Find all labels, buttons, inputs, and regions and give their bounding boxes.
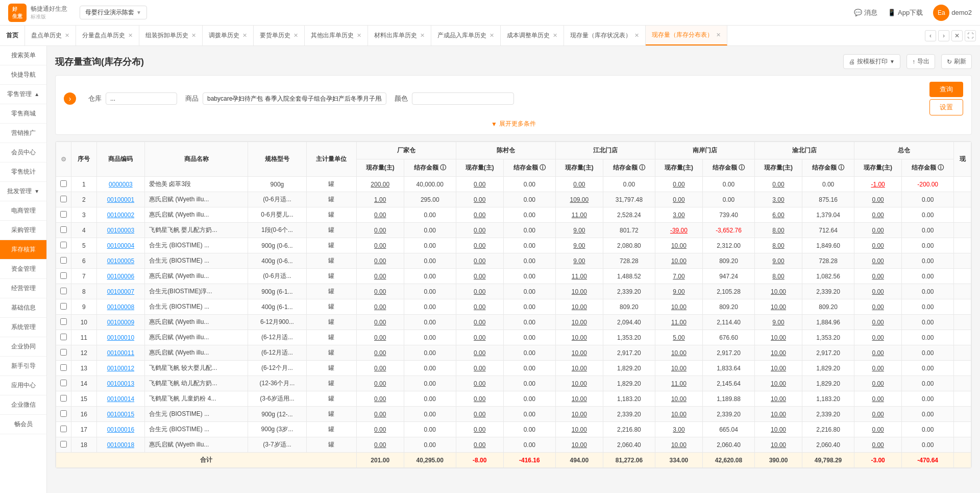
tab-2[interactable]: 分量盘点单历史 ✕ bbox=[76, 26, 139, 45]
row-nanan-qty[interactable]: 11.00 bbox=[655, 376, 703, 391]
tab-10[interactable]: 现存量（库存状况表） ✕ bbox=[564, 26, 646, 45]
row-chencu-qty[interactable]: 0.00 bbox=[456, 361, 503, 376]
row-total-qty[interactable]: 0.00 bbox=[854, 361, 902, 376]
sidebar-item-member[interactable]: 会员中心 bbox=[0, 143, 46, 162]
row-checkbox[interactable] bbox=[56, 299, 71, 315]
row-jiangbei-qty[interactable]: 10.00 bbox=[556, 407, 603, 422]
message-btn[interactable]: 💬 消息 bbox=[854, 8, 877, 17]
row-jiangbei-qty[interactable]: 10.00 bbox=[556, 345, 603, 361]
user-menu[interactable]: Ea demo2 bbox=[933, 5, 972, 21]
row-chencu-qty[interactable]: 0.00 bbox=[456, 376, 503, 391]
row-checkbox[interactable] bbox=[56, 391, 71, 407]
row-chencu-qty[interactable]: 0.00 bbox=[456, 315, 503, 330]
row-checkbox[interactable] bbox=[56, 253, 71, 269]
row-yubei-qty[interactable]: 10.00 bbox=[755, 330, 802, 345]
close-icon[interactable]: ✕ bbox=[242, 32, 247, 39]
row-code[interactable]: 00100003 bbox=[96, 223, 144, 238]
row-total-qty[interactable]: 0.00 bbox=[854, 437, 902, 453]
row-chencu-qty[interactable]: 0.00 bbox=[456, 192, 503, 207]
row-checkbox[interactable] bbox=[56, 269, 71, 284]
row-checkbox[interactable] bbox=[56, 284, 71, 299]
row-checkbox[interactable] bbox=[56, 330, 71, 345]
row-jiangbei-qty[interactable]: 10.00 bbox=[556, 361, 603, 376]
print-btn[interactable]: 🖨 按模板打印 ▼ bbox=[843, 54, 900, 69]
row-yubei-qty[interactable]: 9.00 bbox=[755, 315, 802, 330]
row-total-qty[interactable]: 0.00 bbox=[854, 253, 902, 269]
row-nanan-qty[interactable]: 10.00 bbox=[655, 361, 703, 376]
row-yubei-qty[interactable]: 8.00 bbox=[755, 269, 802, 284]
row-jiangbei-qty[interactable]: 9.00 bbox=[556, 238, 603, 253]
row-code[interactable]: 00100016 bbox=[96, 422, 144, 437]
close-icon[interactable]: ✕ bbox=[191, 32, 196, 39]
tab-9[interactable]: 成本调整单历史 ✕ bbox=[501, 26, 564, 45]
row-yubei-qty[interactable]: 10.00 bbox=[755, 437, 802, 453]
row-total-qty[interactable]: 0.00 bbox=[854, 422, 902, 437]
row-checkbox[interactable] bbox=[56, 422, 71, 437]
tab-next-btn[interactable]: › bbox=[938, 30, 949, 41]
row-yubei-qty[interactable]: 10.00 bbox=[755, 391, 802, 407]
tab-6[interactable]: 其他出库单历史 ✕ bbox=[305, 26, 368, 45]
tab-expand-btn[interactable]: ⛶ bbox=[965, 30, 976, 41]
row-jiangbei-qty[interactable]: 11.00 bbox=[556, 207, 603, 223]
row-chencu-qty[interactable]: 0.00 bbox=[456, 269, 503, 284]
sidebar-item-ecom[interactable]: 电商管理 bbox=[0, 201, 46, 221]
row-factory-qty[interactable]: 0.00 bbox=[356, 223, 404, 238]
row-chencu-qty[interactable]: 0.00 bbox=[456, 330, 503, 345]
row-factory-qty[interactable]: 0.00 bbox=[356, 269, 404, 284]
row-checkbox[interactable] bbox=[56, 361, 71, 376]
row-code[interactable]: 00100007 bbox=[96, 284, 144, 299]
row-code[interactable]: 00100006 bbox=[96, 269, 144, 284]
row-factory-qty[interactable]: 0.00 bbox=[356, 407, 404, 422]
app-download-btn[interactable]: 📱 App下载 bbox=[888, 8, 923, 17]
row-chencu-qty[interactable]: 0.00 bbox=[456, 422, 503, 437]
row-nanan-qty[interactable]: 10.00 bbox=[655, 253, 703, 269]
row-total-qty[interactable]: 0.00 bbox=[854, 345, 902, 361]
setting-button[interactable]: 设置 bbox=[929, 99, 963, 115]
row-total-qty[interactable]: 0.00 bbox=[854, 315, 902, 330]
row-chencu-qty[interactable]: 0.00 bbox=[456, 253, 503, 269]
row-yubei-qty[interactable]: 10.00 bbox=[755, 376, 802, 391]
row-code[interactable]: 00100011 bbox=[96, 345, 144, 361]
refresh-btn[interactable]: ↻ 刷新 bbox=[941, 54, 972, 69]
row-total-qty[interactable]: 0.00 bbox=[854, 284, 902, 299]
company-dropdown[interactable]: 母婴行业演示陈套 ▼ bbox=[80, 6, 147, 19]
search-button[interactable]: 查询 bbox=[929, 82, 963, 97]
row-total-qty[interactable]: 0.00 bbox=[854, 223, 902, 238]
row-code[interactable]: 0000003 bbox=[96, 177, 144, 192]
row-total-qty[interactable]: 0.00 bbox=[854, 192, 902, 207]
sidebar-item-enterprise[interactable]: 企业协同 bbox=[0, 337, 46, 357]
sidebar-item-finance[interactable]: 资金管理 bbox=[0, 260, 46, 279]
sidebar-item-vip[interactable]: 畅会员 bbox=[0, 415, 46, 434]
row-code[interactable]: 00100008 bbox=[96, 299, 144, 315]
row-checkbox[interactable] bbox=[56, 192, 71, 207]
row-nanan-qty[interactable]: 10.00 bbox=[655, 437, 703, 453]
sidebar-item-quicknav[interactable]: 快捷导航 bbox=[0, 65, 46, 85]
tab-5[interactable]: 要货单历史 ✕ bbox=[254, 26, 305, 45]
close-icon[interactable]: ✕ bbox=[65, 32, 69, 39]
row-code[interactable]: 00100002 bbox=[96, 207, 144, 223]
sidebar-item-marketing[interactable]: 营销推广 bbox=[0, 124, 46, 143]
row-nanan-qty[interactable]: 11.00 bbox=[655, 315, 703, 330]
sidebar-item-search[interactable]: 搜索英单 bbox=[0, 46, 46, 65]
goods-input[interactable] bbox=[203, 92, 386, 105]
row-jiangbei-qty[interactable]: 10.00 bbox=[556, 315, 603, 330]
row-code[interactable]: 00100012 bbox=[96, 361, 144, 376]
row-nanan-qty[interactable]: 7.00 bbox=[655, 269, 703, 284]
close-icon[interactable]: ✕ bbox=[128, 32, 133, 39]
row-yubei-qty[interactable]: 10.00 bbox=[755, 299, 802, 315]
row-checkbox[interactable] bbox=[56, 407, 71, 422]
row-factory-qty[interactable]: 0.00 bbox=[356, 253, 404, 269]
row-code[interactable]: 00100015 bbox=[96, 407, 144, 422]
sidebar-item-inventory[interactable]: 库存核算 bbox=[0, 240, 46, 260]
row-jiangbei-qty[interactable]: 10.00 bbox=[556, 422, 603, 437]
row-nanan-qty[interactable]: 10.00 bbox=[655, 299, 703, 315]
row-chencu-qty[interactable]: 0.00 bbox=[456, 391, 503, 407]
row-nanan-qty[interactable]: 5.00 bbox=[655, 330, 703, 345]
row-factory-qty[interactable]: 0.00 bbox=[356, 238, 404, 253]
row-jiangbei-qty[interactable]: 10.00 bbox=[556, 330, 603, 345]
row-factory-qty[interactable]: 0.00 bbox=[356, 284, 404, 299]
row-total-qty[interactable]: 0.00 bbox=[854, 391, 902, 407]
row-chencu-qty[interactable]: 0.00 bbox=[456, 437, 503, 453]
row-yubei-qty[interactable]: 10.00 bbox=[755, 422, 802, 437]
sidebar-item-base[interactable]: 基础信息 bbox=[0, 298, 46, 318]
